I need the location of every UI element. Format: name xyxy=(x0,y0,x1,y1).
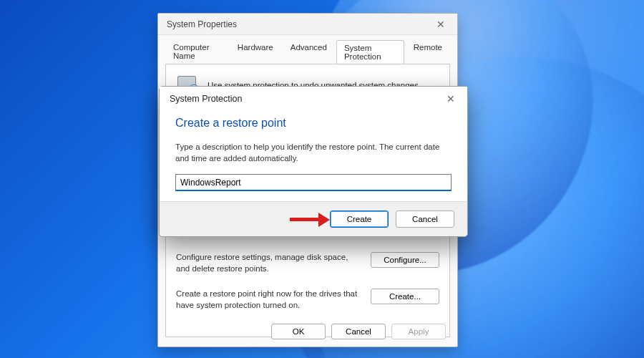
tab-computer-name[interactable]: Computer Name xyxy=(165,39,228,64)
dialog-button-row: OK Cancel Apply xyxy=(271,324,446,339)
apply-button: Apply xyxy=(391,324,446,339)
create-button[interactable]: Create xyxy=(330,211,389,228)
tab-hardware[interactable]: Hardware xyxy=(230,39,281,64)
configure-button[interactable]: Configure... xyxy=(371,252,439,268)
dialog-title: System Protection xyxy=(170,94,440,104)
cancel-button[interactable]: Cancel xyxy=(331,324,386,339)
cancel-button[interactable]: Cancel xyxy=(396,211,454,228)
window-title: System Properties xyxy=(167,19,430,29)
ok-button[interactable]: OK xyxy=(271,324,326,339)
titlebar[interactable]: System Properties ✕ xyxy=(158,14,457,35)
close-icon[interactable]: ✕ xyxy=(430,19,452,30)
dialog-footer: Create Cancel xyxy=(160,201,467,236)
restore-point-description-input[interactable] xyxy=(175,174,452,191)
tab-advanced[interactable]: Advanced xyxy=(283,39,335,64)
tab-remote[interactable]: Remote xyxy=(406,39,450,64)
tab-strip: Computer Name Hardware Advanced System P… xyxy=(158,35,457,64)
dialog-description: Type a description to help you identify … xyxy=(175,141,452,164)
create-row: Create a restore point right now for the… xyxy=(176,281,439,318)
create-restore-point-dialog: System Protection ✕ Create a restore poi… xyxy=(159,86,468,237)
create-restore-point-button[interactable]: Create... xyxy=(371,289,439,304)
close-icon[interactable]: ✕ xyxy=(440,93,462,105)
configure-text: Configure restore settings, manage disk … xyxy=(176,252,362,274)
dialog-heading: Create a restore point xyxy=(175,117,452,130)
create-text: Create a restore point right now for the… xyxy=(176,289,362,311)
titlebar[interactable]: System Protection ✕ xyxy=(160,87,467,111)
annotation-arrow-icon xyxy=(290,212,331,226)
tab-system-protection[interactable]: System Protection xyxy=(336,40,404,64)
configure-row: Configure restore settings, manage disk … xyxy=(176,245,439,281)
dialog-body: Create a restore point Type a descriptio… xyxy=(160,111,467,201)
